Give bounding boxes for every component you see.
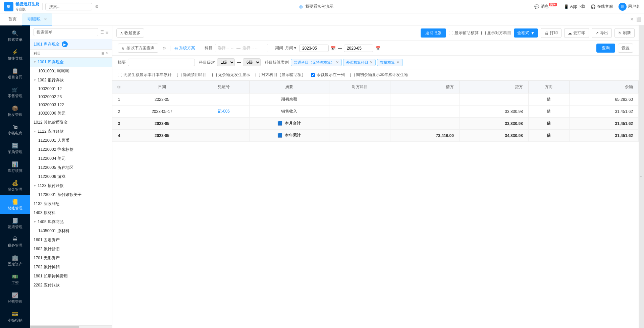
check-no-balance-input[interactable] (212, 73, 217, 77)
sidebar-item-retail[interactable]: 🛒 零售管理 (0, 83, 30, 102)
tree-node-10020006[interactable]: 10020006 美元 (30, 109, 112, 118)
tree-node-10010001[interactable]: 10010001 哟哟哟 (30, 67, 112, 76)
tree-node-1702[interactable]: 1702 累计摊销 (30, 263, 112, 272)
filter-config-icon[interactable]: ⚙ (162, 46, 166, 51)
show-assist-input[interactable] (449, 31, 453, 35)
check-hide-disabled[interactable]: 隐藏禁用科目 (177, 72, 207, 78)
tree-node-1602[interactable]: 1602 累计折旧 (30, 245, 112, 254)
search-menu-input[interactable] (34, 28, 98, 36)
tree-node-10020001[interactable]: 10020001 12 (30, 85, 112, 93)
tree-node-1012[interactable]: 1012 其他货币资金 (30, 118, 112, 127)
check-no-activity[interactable]: 无发生额显示本月本年累计 (118, 72, 172, 78)
tree-node-1122[interactable]: ▼ 1122 应收账款 (30, 127, 112, 136)
period-end-input[interactable] (344, 45, 373, 52)
expand-all-icon[interactable]: ⊞ (101, 51, 104, 56)
sidebar-item-basic[interactable]: ℹ 基础信息 (0, 326, 30, 328)
expand-query-btn[interactable]: ∧ 按以下方案查询 (118, 44, 158, 53)
online-service-item[interactable]: 🎧 在线客服 (591, 4, 613, 9)
tree-node-11220005[interactable]: 11220005 所在地区 (30, 163, 112, 172)
subject-next-btn[interactable]: ▶ (62, 41, 68, 47)
app-download-item[interactable]: 📱 App下载 (564, 4, 585, 9)
tree-node-11230001[interactable]: 11230001 预付账款美子 (30, 190, 112, 199)
tree-node-1403[interactable]: 1403 原材料 (30, 208, 112, 217)
calendar-start-icon[interactable]: 📅 (331, 46, 336, 51)
setting-btn[interactable]: 设置 (618, 44, 633, 53)
tree-node-10020002[interactable]: 10020002 23 (30, 93, 112, 101)
message-item[interactable]: 💬 消息 99+ (534, 4, 558, 9)
print-btn[interactable]: 🖨 打印 (541, 28, 561, 38)
format-btn[interactable]: 金额式 ▼ (514, 28, 538, 38)
refresh-btn[interactable]: ↻ 刷新 (614, 28, 635, 38)
list-view-icon[interactable]: ☰ (100, 30, 104, 35)
sidebar-item-invoice[interactable]: 🧾 发票管理 (0, 214, 30, 233)
tree-node-1601[interactable]: 1601 固定资产 (30, 236, 112, 245)
settings-icon[interactable]: ⚙ (95, 4, 99, 9)
sidebar-item-assets[interactable]: 🏢 固定资产 (0, 251, 30, 270)
sidebar-item-operations[interactable]: 📈 经营管理 (0, 289, 30, 308)
check-contra-subject-input[interactable] (256, 73, 260, 77)
category-tag-1-close[interactable]: ✕ (370, 60, 373, 65)
top-search-input[interactable] (45, 3, 92, 10)
user-item[interactable]: 用 用户名 (619, 3, 640, 11)
schema-tag[interactable]: ◎ 系统方案 (174, 45, 195, 51)
right-collapse[interactable]: › (639, 25, 644, 328)
tab-close-all-icon[interactable]: ✕ (630, 17, 634, 22)
tree-node-1801[interactable]: 1801 长期待摊费用 (30, 272, 112, 281)
tree-node-11220004[interactable]: 11220004 美元 (30, 154, 112, 163)
query-btn[interactable]: 查询 (596, 44, 615, 53)
check-balance-one-col[interactable]: 余额显示在一列 (311, 72, 345, 78)
sidebar-item-ecommerce[interactable]: 🛍 小畅电商 (0, 121, 30, 139)
check-hide-disabled-input[interactable] (177, 73, 181, 77)
sidebar-item-quicknav[interactable]: ⚡ 快捷导航 (0, 46, 30, 64)
sidebar-item-project[interactable]: 📋 项目合同 (0, 64, 30, 83)
period-start-input[interactable] (299, 45, 329, 52)
show-contra-input[interactable] (481, 31, 486, 35)
tree-view-icon[interactable]: ⊞ (105, 30, 109, 35)
subject-input[interactable]: 选择... ··· — 选择... ··· (215, 44, 268, 52)
tree-node-1002[interactable]: ▼ 1002 银行存款 (30, 76, 112, 85)
show-assist-checkbox[interactable]: 显示辅助核算 (449, 30, 479, 36)
tab-home[interactable]: 首页 (3, 13, 22, 25)
sidebar-item-purchase[interactable]: 🔄 采购管理 (0, 139, 30, 158)
tab-maximize-icon[interactable]: ⬜ (636, 17, 641, 22)
tree-node-1701[interactable]: 1701 无形资产 (30, 254, 112, 263)
check-opening-ytd-input[interactable] (350, 73, 355, 77)
return-old-btn[interactable]: 返回旧版 (421, 28, 446, 38)
sidebar-item-ledger[interactable]: 📒 总账管理 (0, 195, 30, 214)
tree-node-1405[interactable]: ▼ 1405 库存商品 (30, 217, 112, 226)
category-tag-0-close[interactable]: ✕ (336, 60, 339, 65)
tree-node-10020003[interactable]: 10020003 122 (30, 101, 112, 109)
cloud-print-btn[interactable]: ☁ 云打印 (564, 28, 589, 38)
sidebar-item-salary[interactable]: 💵 工资 (0, 270, 30, 289)
level-start-select[interactable]: 1级 (217, 58, 235, 66)
sidebar-item-finance[interactable]: 💰 资金管理 (0, 177, 30, 195)
export-btn[interactable]: ↗ 导出 (592, 28, 612, 38)
tab-detail[interactable]: 明细账 ✕ (22, 13, 52, 25)
tab-close-icon[interactable]: ✕ (44, 17, 47, 21)
tree-node-1001[interactable]: ▼ 1001 库存现金 (30, 58, 112, 67)
tree-node-11220002[interactable]: 11220002 往来标签 (30, 145, 112, 154)
level-end-select[interactable]: 6级 (243, 58, 261, 66)
check-no-activity-input[interactable] (118, 73, 122, 77)
check-balance-one-col-input[interactable] (311, 73, 315, 77)
calendar-end-icon[interactable]: 📅 (375, 46, 380, 51)
check-opening-ytd[interactable]: 期初余额显示本年累计发生额 (350, 72, 408, 78)
summary-input[interactable] (128, 59, 195, 66)
sidebar-item-expense[interactable]: 💳 小畅报销 (0, 308, 30, 326)
check-contra-subject[interactable]: 对方科目（显示辅助项） (256, 72, 306, 78)
tree-node-11220006[interactable]: 11220006 游戏 (30, 172, 112, 181)
check-no-balance[interactable]: 无余额无发生显示 (212, 72, 250, 78)
voucher-link-2[interactable]: 记-006 (218, 109, 230, 114)
sidebar-item-tax[interactable]: 🏛 税务管理 (0, 233, 30, 251)
filter-icon[interactable]: ✎ (106, 51, 109, 56)
tree-node-1123[interactable]: ▼ 1123 预付账款 (30, 181, 112, 190)
tree-node-1132[interactable]: 1132 应收利息 (30, 199, 112, 208)
sidebar-item-inventory[interactable]: 📊 库存核算 (0, 158, 30, 177)
tree-node-2202[interactable]: 2202 应付账款 (30, 281, 112, 290)
sidebar-item-wholesale[interactable]: 📦 批发管理 (0, 102, 30, 121)
table-settings-icon[interactable]: ⚙ (117, 85, 121, 89)
tree-node-14050001[interactable]: 14050001 原材料 (30, 226, 112, 236)
demo-text[interactable]: 我要看实例演示 (305, 4, 333, 9)
tree-node-11220001[interactable]: 11220001 人民币 (30, 136, 112, 145)
sidebar-item-search[interactable]: 🔍 搜索菜单 (0, 27, 30, 46)
